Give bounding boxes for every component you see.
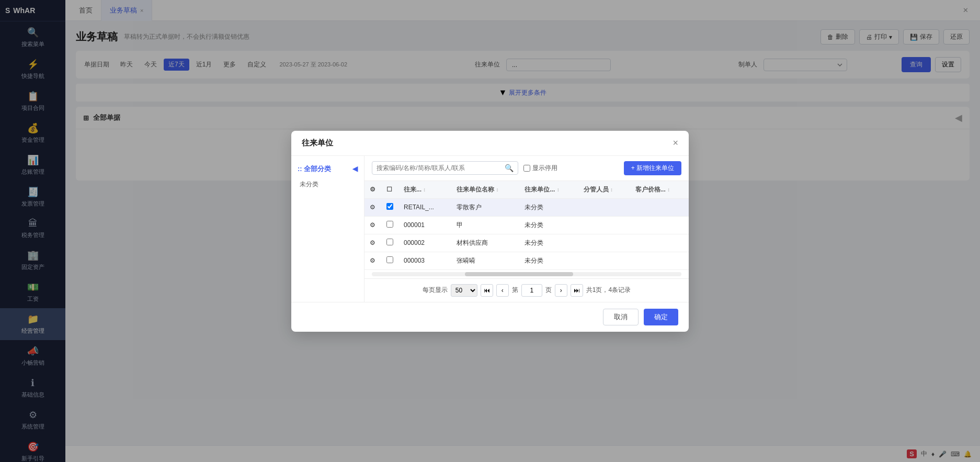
prev-page-button[interactable]: ‹	[496, 284, 509, 297]
modal-left-panel: :: 全部分类 ◀ 未分类	[291, 156, 364, 302]
table-row[interactable]: ⚙ 000002 材料供应商 未分类	[364, 234, 689, 252]
table-header-row: ⚙ ☐ 往来... ↕ 往来单位名称 ↕ 往来单位... ↕ 分管人员 ↕ 客户…	[364, 181, 689, 199]
search-box: 🔍	[372, 161, 518, 175]
modal-dialog: 往来单位 × :: 全部分类 ◀ 未分类 🔍	[291, 131, 689, 332]
modal-overlay[interactable]: 往来单位 × :: 全部分类 ◀ 未分类 🔍	[0, 0, 980, 462]
row-code: 000003	[398, 252, 451, 269]
left-panel-header: :: 全部分类 ◀	[291, 161, 364, 177]
per-page-label: 每页显示	[423, 286, 448, 295]
show-disabled-checkbox[interactable]	[523, 165, 530, 172]
col-category: 往来单位... ↕	[519, 181, 578, 199]
col-code: 往来... ↕	[398, 181, 451, 199]
row-manager	[578, 216, 630, 234]
row-name: 张嗬嗬	[451, 252, 519, 269]
partner-table: ⚙ ☐ 往来... ↕ 往来单位名称 ↕ 往来单位... ↕ 分管人员 ↕ 客户…	[364, 181, 689, 270]
row-price	[630, 234, 689, 252]
row-code: RETAIL_...	[398, 198, 451, 216]
search-input[interactable]	[377, 164, 502, 172]
row-name: 甲	[451, 216, 519, 234]
row-gear[interactable]: ⚙	[364, 234, 381, 252]
modal-footer: 取消 确定	[291, 302, 689, 332]
col-name: 往来单位名称 ↕	[451, 181, 519, 199]
col-manager: 分管人员 ↕	[578, 181, 630, 199]
row-price	[630, 198, 689, 216]
last-page-button[interactable]: ⏭	[571, 284, 583, 297]
first-page-button[interactable]: ⏮	[481, 284, 493, 297]
table-row[interactable]: ⚙ 000001 甲 未分类	[364, 216, 689, 234]
row-manager	[578, 252, 630, 269]
row-manager	[578, 198, 630, 216]
modal-toolbar: 🔍 显示停用 + 新增往来单位	[364, 156, 689, 181]
per-page-select[interactable]: 50 100 200	[451, 284, 477, 297]
col-settings: ⚙	[364, 181, 381, 199]
row-gear[interactable]: ⚙	[364, 216, 381, 234]
row-price	[630, 252, 689, 269]
row-manager	[578, 234, 630, 252]
row-gear[interactable]: ⚙	[364, 198, 381, 216]
add-partner-button[interactable]: + 新增往来单位	[624, 161, 681, 175]
row-code: 000002	[398, 234, 451, 252]
modal-title: 往来单位	[302, 138, 333, 148]
row-category: 未分类	[519, 198, 578, 216]
modal-body: :: 全部分类 ◀ 未分类 🔍 显示停用 + 新增往来单	[291, 156, 689, 302]
pagination-bar: 每页显示 50 100 200 ⏮ ‹ 第 页 › ⏭ 共1页，4条记录	[364, 278, 689, 302]
left-item-uncategorized[interactable]: 未分类	[291, 177, 364, 192]
modal-table-scroll: ⚙ ☐ 往来... ↕ 往来单位名称 ↕ 往来单位... ↕ 分管人员 ↕ 客户…	[364, 181, 689, 270]
cancel-button[interactable]: 取消	[603, 309, 639, 325]
horizontal-scrollbar[interactable]	[372, 272, 681, 276]
modal-right-panel: 🔍 显示停用 + 新增往来单位 ⚙ ☐	[364, 156, 689, 302]
table-row[interactable]: ⚙ 000003 张嗬嗬 未分类	[364, 252, 689, 269]
left-collapse-icon[interactable]: ◀	[352, 165, 358, 173]
row-gear[interactable]: ⚙	[364, 252, 381, 269]
col-price: 客户价格... ↕	[630, 181, 689, 199]
modal-close-button[interactable]: ×	[673, 138, 678, 148]
total-records: 共1页，4条记录	[586, 286, 631, 295]
row-checkbox[interactable]	[381, 252, 398, 269]
row-checkbox[interactable]	[381, 234, 398, 252]
row-checkbox[interactable]	[381, 216, 398, 234]
search-icon: 🔍	[505, 164, 514, 172]
show-disabled-label[interactable]: 显示停用	[523, 164, 557, 173]
row-category: 未分类	[519, 252, 578, 269]
row-name: 零散客户	[451, 198, 519, 216]
table-row[interactable]: ⚙ RETAIL_... 零散客户 未分类	[364, 198, 689, 216]
row-name: 材料供应商	[451, 234, 519, 252]
row-checkbox[interactable]	[381, 198, 398, 216]
modal-header: 往来单位 ×	[291, 131, 689, 156]
col-checkbox: ☐	[381, 181, 398, 199]
row-price	[630, 216, 689, 234]
page-unit: 页	[545, 286, 552, 295]
row-code: 000001	[398, 216, 451, 234]
next-page-button[interactable]: ›	[555, 284, 567, 297]
row-category: 未分类	[519, 216, 578, 234]
page-number-input[interactable]	[521, 284, 542, 297]
page-label: 第	[512, 286, 518, 295]
row-category: 未分类	[519, 234, 578, 252]
scroll-thumb	[465, 272, 573, 276]
confirm-button[interactable]: 确定	[644, 309, 678, 325]
